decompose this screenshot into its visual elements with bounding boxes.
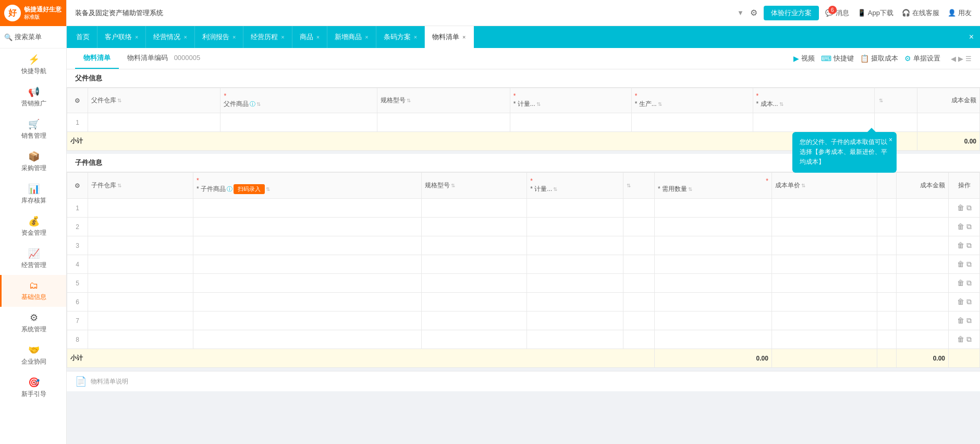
shortcut-btn[interactable]: ⌨ 快捷键: [821, 54, 854, 63]
child-row-5-product[interactable]: [193, 274, 422, 293]
sidebar-item-sales[interactable]: 🛒 销售管理: [0, 113, 66, 146]
child-row-6-qty[interactable]: [655, 293, 772, 311]
child-row-3-product[interactable]: [193, 236, 422, 255]
close-tab-new-goods[interactable]: ×: [365, 34, 368, 40]
copy-row-4-btn[interactable]: ⧉: [966, 260, 972, 269]
child-row-1-extra[interactable]: [623, 199, 655, 218]
sidebar-item-basics[interactable]: 🗂 基础信息: [0, 275, 66, 307]
close-tab-operations[interactable]: ×: [183, 34, 187, 40]
delete-row-5-btn[interactable]: 🗑: [957, 279, 964, 287]
online-service-btn[interactable]: 🎧 在线客服: [902, 8, 939, 18]
child-row-1-unit-cost[interactable]: [771, 199, 877, 218]
child-row-4-warehouse[interactable]: [88, 255, 193, 274]
tab-profit[interactable]: 利润报告 ×: [195, 26, 243, 48]
child-row-1-warehouse[interactable]: [88, 199, 193, 218]
tab-barcode[interactable]: 条码方案 ×: [376, 26, 425, 48]
tab-home[interactable]: 首页: [69, 26, 97, 48]
parent-row-1-product[interactable]: [220, 113, 377, 132]
parent-row-1-cost[interactable]: [753, 113, 874, 132]
child-row-8-product[interactable]: [193, 330, 422, 349]
child-row-7-unit-cost[interactable]: [771, 311, 877, 330]
child-row-8-extra[interactable]: [623, 330, 655, 349]
trial-btn[interactable]: 体验行业方案: [764, 6, 819, 20]
child-col-gear[interactable]: ⚙: [67, 173, 88, 199]
close-tab-goods[interactable]: ×: [316, 34, 320, 40]
close-all-tabs-btn[interactable]: ×: [965, 32, 978, 42]
delete-row-3-btn[interactable]: 🗑: [957, 241, 964, 250]
child-row-3-unit[interactable]: [527, 236, 623, 255]
child-row-4-unit-cost[interactable]: [771, 255, 877, 274]
parent-row-1-produce[interactable]: [631, 113, 753, 132]
copy-row-2-btn[interactable]: ⧉: [966, 222, 972, 231]
child-row-4-spec[interactable]: [422, 255, 527, 274]
sidebar-item-finance[interactable]: 💰 资金管理: [0, 210, 66, 243]
sidebar-item-collab[interactable]: 🤝 企业协同: [0, 339, 66, 371]
copy-row-6-btn[interactable]: ⧉: [966, 297, 972, 306]
delete-row-2-btn[interactable]: 🗑: [957, 222, 964, 231]
settings-icon[interactable]: ⚙: [750, 8, 757, 18]
child-row-6-unit-cost[interactable]: [771, 293, 877, 311]
child-row-4-qty[interactable]: [655, 255, 772, 274]
child-row-2-extra[interactable]: [623, 218, 655, 236]
child-row-3-warehouse[interactable]: [88, 236, 193, 255]
child-row-8-unit[interactable]: [527, 330, 623, 349]
expand-btn[interactable]: ☰: [965, 55, 972, 63]
copy-row-1-btn[interactable]: ⧉: [966, 203, 972, 212]
child-row-4-extra[interactable]: [623, 255, 655, 274]
child-row-6-unit[interactable]: [527, 293, 623, 311]
child-row-2-unit-cost[interactable]: [771, 218, 877, 236]
child-row-7-qty[interactable]: [655, 311, 772, 330]
next-page-btn[interactable]: ▶: [958, 55, 963, 63]
close-tab-barcode[interactable]: ×: [414, 34, 417, 40]
child-row-5-extra[interactable]: [623, 274, 655, 293]
message-btn[interactable]: 💬 6 消息: [825, 8, 849, 18]
sidebar-item-operations[interactable]: 📈 经营管理: [0, 243, 66, 275]
child-row-2-spec[interactable]: [422, 218, 527, 236]
child-row-4-product[interactable]: [193, 255, 422, 274]
parent-row-1-unit[interactable]: [510, 113, 631, 132]
child-row-5-spec[interactable]: [422, 274, 527, 293]
parent-row-1-warehouse[interactable]: [88, 113, 220, 132]
child-row-6-extra[interactable]: [623, 293, 655, 311]
close-tab-customer[interactable]: ×: [135, 34, 138, 40]
parent-col-gear[interactable]: ⚙: [67, 88, 88, 113]
topbar-dropdown-icon[interactable]: ▼: [737, 9, 744, 17]
sidebar-item-quicknav[interactable]: ⚡ 快捷导航: [0, 49, 66, 81]
video-btn[interactable]: ▶ 视频: [793, 54, 815, 63]
sidebar-item-guide[interactable]: 🎯 新手引导: [0, 371, 66, 404]
delete-row-8-btn[interactable]: 🗑: [957, 335, 964, 344]
child-row-3-unit-cost[interactable]: [771, 236, 877, 255]
parent-row-1-spec[interactable]: [377, 113, 510, 132]
delete-row-1-btn[interactable]: 🗑: [957, 203, 964, 212]
copy-row-8-btn[interactable]: ⧉: [966, 335, 972, 344]
child-row-2-warehouse[interactable]: [88, 218, 193, 236]
child-row-5-unit[interactable]: [527, 274, 623, 293]
sidebar-item-marketing[interactable]: 📢 营销推广: [0, 81, 66, 113]
user-menu[interactable]: 👤 用友: [948, 8, 972, 18]
child-row-5-unit-cost[interactable]: [771, 274, 877, 293]
child-row-1-spec[interactable]: [422, 199, 527, 218]
child-row-3-spec[interactable]: [422, 236, 527, 255]
search-menu-btn[interactable]: 🔍 搜索菜单: [4, 30, 62, 44]
child-row-5-warehouse[interactable]: [88, 274, 193, 293]
sidebar-search[interactable]: 🔍 搜索菜单: [0, 26, 66, 49]
delete-row-4-btn[interactable]: 🗑: [957, 260, 964, 269]
extract-cost-btn[interactable]: 📋 摄取成本: [860, 54, 898, 63]
close-tab-profit[interactable]: ×: [232, 34, 236, 40]
copy-row-7-btn[interactable]: ⧉: [966, 316, 972, 325]
child-row-8-qty[interactable]: [655, 330, 772, 349]
subtab-bom-list[interactable]: 物料清单: [75, 48, 119, 69]
child-row-1-qty[interactable]: [655, 199, 772, 218]
child-row-1-product[interactable]: [193, 199, 422, 218]
child-row-8-spec[interactable]: [422, 330, 527, 349]
close-tab-bom[interactable]: ×: [462, 34, 466, 40]
scan-input-btn[interactable]: 扫码录入: [234, 184, 265, 194]
child-row-8-unit-cost[interactable]: [771, 330, 877, 349]
tab-operations[interactable]: 经营情况 ×: [146, 26, 194, 48]
tab-goods[interactable]: 商品 ×: [292, 26, 327, 48]
sidebar-item-purchase[interactable]: 📦 采购管理: [0, 146, 66, 178]
child-row-4-unit[interactable]: [527, 255, 623, 274]
close-tab-history[interactable]: ×: [281, 34, 284, 40]
delete-row-7-btn[interactable]: 🗑: [957, 316, 964, 325]
child-row-6-spec[interactable]: [422, 293, 527, 311]
